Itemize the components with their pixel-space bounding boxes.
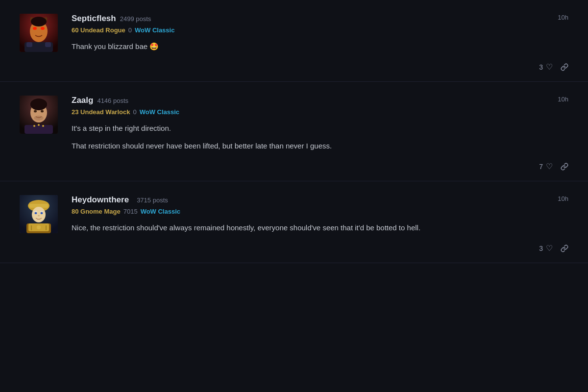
svg-point-31 bbox=[37, 225, 41, 229]
avatar bbox=[20, 14, 58, 52]
like-group: 3 ♡ bbox=[539, 244, 553, 253]
post-content: Septicflesh 2499 posts 60 Undead Rogue 0… bbox=[72, 14, 568, 72]
like-group: 7 ♡ bbox=[539, 162, 553, 171]
post-count: 2499 posts bbox=[120, 15, 151, 23]
like-count: 3 bbox=[539, 63, 543, 71]
heart-icon[interactable]: ♡ bbox=[546, 62, 553, 72]
heart-icon[interactable]: ♡ bbox=[546, 244, 553, 253]
post-header: Septicflesh 2499 posts bbox=[72, 14, 568, 24]
heart-icon[interactable]: ♡ bbox=[546, 162, 553, 171]
svg-point-20 bbox=[42, 125, 44, 127]
post-actions: 3 ♡ bbox=[72, 244, 568, 253]
post-timestamp: 10h bbox=[558, 14, 568, 21]
svg-point-28 bbox=[38, 215, 40, 217]
character-info: 60 Undead Rogue bbox=[72, 26, 125, 34]
character-info: 23 Undead Warlock bbox=[72, 108, 130, 116]
svg-point-16 bbox=[34, 116, 44, 121]
svg-point-4 bbox=[41, 27, 45, 30]
post-header: Zaalg 4146 posts bbox=[72, 96, 568, 105]
post-actions: 7 ♡ bbox=[72, 162, 568, 171]
post-body: Nice, the restriction should've always r… bbox=[72, 222, 568, 234]
svg-rect-7 bbox=[26, 42, 32, 47]
svg-rect-8 bbox=[45, 42, 51, 47]
like-count: 7 bbox=[539, 163, 543, 171]
svg-rect-17 bbox=[24, 125, 53, 134]
post-count: 3715 posts bbox=[137, 196, 168, 204]
svg-point-26 bbox=[35, 212, 37, 214]
like-count: 3 bbox=[539, 245, 543, 252]
game-tag[interactable]: WoW Classic bbox=[140, 108, 179, 116]
post-meta: 23 Undead Warlock 0 WoW Classic bbox=[72, 108, 568, 116]
post-header: Heydownthere 3715 posts bbox=[72, 195, 568, 205]
svg-point-14 bbox=[34, 110, 37, 113]
post-body: It's a step in the right direction.That … bbox=[72, 122, 568, 152]
post-timestamp: 10h bbox=[558, 96, 568, 103]
realm-count: 0 bbox=[128, 26, 132, 34]
svg-point-27 bbox=[41, 212, 43, 214]
post-item-3: Heydownthere 3715 posts 80 Gnome Mage 70… bbox=[0, 181, 588, 263]
post-item-1: Septicflesh 2499 posts 60 Undead Rogue 0… bbox=[0, 0, 588, 82]
avatar bbox=[20, 195, 58, 233]
post-timestamp: 10h bbox=[558, 195, 568, 202]
svg-point-18 bbox=[33, 125, 35, 127]
realm-count: 0 bbox=[133, 108, 136, 116]
svg-point-15 bbox=[41, 110, 44, 113]
link-icon[interactable] bbox=[561, 245, 568, 252]
svg-point-25 bbox=[32, 207, 46, 222]
link-icon[interactable] bbox=[561, 63, 568, 71]
post-body: Thank you blizzard bae 🤩 bbox=[72, 41, 568, 52]
post-list: Septicflesh 2499 posts 60 Undead Rogue 0… bbox=[0, 0, 588, 263]
game-tag[interactable]: WoW Classic bbox=[141, 208, 180, 215]
username: Heydownthere bbox=[72, 195, 129, 205]
like-group: 3 ♡ bbox=[539, 62, 553, 72]
post-actions: 3 ♡ bbox=[72, 62, 568, 72]
avatar bbox=[20, 96, 58, 134]
post-count: 4146 posts bbox=[97, 97, 128, 104]
link-icon[interactable] bbox=[561, 163, 568, 171]
character-info: 80 Gnome Mage bbox=[72, 208, 121, 215]
post-content: Heydownthere 3715 posts 80 Gnome Mage 70… bbox=[72, 195, 568, 253]
post-item-2: Zaalg 4146 posts 23 Undead Warlock 0 WoW… bbox=[0, 82, 588, 181]
post-meta: 80 Gnome Mage 7015 WoW Classic bbox=[72, 208, 568, 215]
game-tag[interactable]: WoW Classic bbox=[135, 26, 174, 34]
post-content: Zaalg 4146 posts 23 Undead Warlock 0 WoW… bbox=[72, 96, 568, 171]
svg-point-19 bbox=[38, 124, 40, 126]
username: Septicflesh bbox=[72, 14, 116, 24]
svg-rect-13 bbox=[30, 100, 47, 108]
realm-count: 7015 bbox=[123, 208, 138, 215]
username: Zaalg bbox=[72, 96, 93, 105]
svg-point-3 bbox=[33, 27, 37, 30]
svg-point-5 bbox=[31, 17, 47, 26]
post-meta: 60 Undead Rogue 0 WoW Classic bbox=[72, 26, 568, 34]
